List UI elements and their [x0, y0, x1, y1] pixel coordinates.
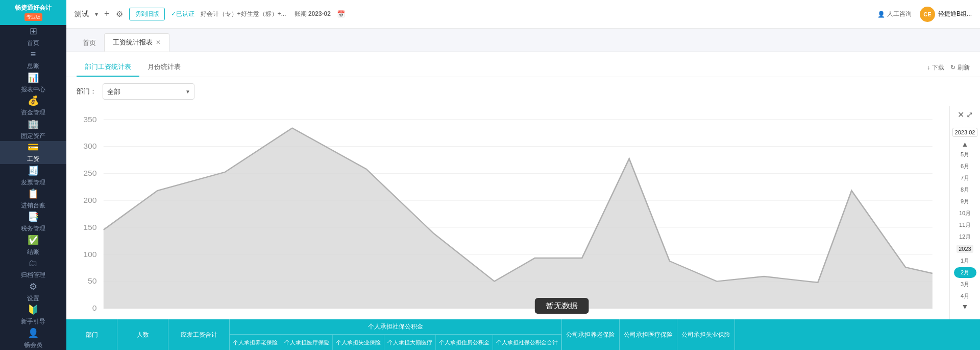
tab-home[interactable]: 首页 [75, 34, 104, 52]
newguide-icon: 🔰 [28, 304, 39, 315]
svg-text:300: 300 [83, 142, 96, 150]
month-12[interactable]: 12月 [954, 231, 976, 242]
right-panel-close-button[interactable]: ✕ [958, 110, 964, 120]
sidebar-item-archive[interactable]: 🗂 归档管理 [0, 257, 66, 280]
sidebar-item-sales[interactable]: 📋 进销台账 [0, 188, 66, 211]
topbar-tags: 好会计（专）+好生意（标）+... [201, 10, 286, 18]
right-panel-expand-button[interactable]: ⤢ [966, 110, 973, 122]
dept-filter-select[interactable]: 全部 销售部 财务部 人事部 技术部 [103, 83, 194, 100]
svg-text:0: 0 [92, 304, 97, 312]
sidebar: 畅捷通好会计 专业版 ⊞ 首页 ≡ 总账 📊 报表中心 💰 资金管理 🏢 固定资… [0, 0, 66, 350]
sidebar-item-home[interactable]: ⊞ 首页 [0, 25, 66, 48]
main-content: 测试 ▾ + ⚙ 切到旧版 ✓已认证 好会计（专）+好生意（标）+... 账期 … [66, 0, 980, 350]
refresh-button[interactable]: ↻ 刷新 [950, 63, 970, 72]
sales-icon: 📋 [28, 188, 39, 199]
col-personal-housing: 个人承担住房公积金 [436, 335, 493, 350]
sidebar-item-ledger[interactable]: ≡ 总账 [0, 48, 66, 71]
sidebar-item-member[interactable]: 👤 畅会员 [0, 326, 66, 349]
month-6[interactable]: 6月 [954, 161, 976, 172]
reports-icon: 📊 [28, 72, 39, 83]
month-8[interactable]: 8月 [954, 184, 976, 195]
salary-icon: 💳 [28, 142, 39, 153]
sidebar-item-invoice[interactable]: 🧾 发票管理 [0, 164, 66, 187]
app-logo: 畅捷通好会计 专业版 [0, 0, 66, 25]
archive-icon: 🗂 [29, 258, 38, 269]
svg-text:350: 350 [83, 115, 96, 123]
sidebar-item-tax[interactable]: 📑 税务管理 [0, 211, 66, 234]
month-11[interactable]: 11月 [954, 220, 976, 230]
sidebar-label-salary: 工资 [27, 155, 39, 164]
download-button[interactable]: ↓ 下载 [927, 63, 944, 72]
assets-icon: 🏢 [28, 119, 39, 130]
svg-text:暂无数据: 暂无数据 [546, 301, 578, 310]
user-name: 轻捷通B组... [938, 10, 972, 18]
tab-salary-stats[interactable]: 工资统计报表 ✕ [104, 33, 169, 52]
sidebar-label-settings: 设置 [27, 294, 39, 303]
topbar-gear-button[interactable]: ⚙ [116, 9, 123, 19]
month-10[interactable]: 10月 [954, 208, 976, 219]
col-count: 人数 [117, 319, 168, 350]
calendar-icon[interactable]: 📅 [337, 10, 345, 18]
sidebar-label-ledger: 总账 [27, 62, 39, 71]
filter-select-wrapper: 全部 销售部 财务部 人事部 技术部 [103, 83, 194, 100]
svg-text:250: 250 [83, 169, 96, 177]
sidebar-label-tax: 税务管理 [21, 224, 45, 233]
month-2-active[interactable]: 2月 [954, 267, 976, 278]
right-panel-scroll-down[interactable]: ▼ [962, 302, 969, 311]
sidebar-item-salary[interactable]: 💳 工资 [0, 141, 66, 164]
help-icon: 👤 [877, 11, 885, 18]
filter-label: 部门： [77, 87, 96, 96]
col-personal-total: 个人承担社保公积金合计 [493, 335, 561, 350]
page-content: 部门工资统计表 月份统计表 ↓ 下载 ↻ 刷新 [66, 52, 980, 350]
sub-tab-monthly-label: 月份统计表 [148, 63, 181, 71]
right-panel-scroll-up[interactable]: ▲ [962, 140, 969, 148]
refresh-icon: ↻ [950, 64, 955, 71]
topbar-title: 测试 [75, 10, 89, 19]
month-3[interactable]: 3月 [954, 279, 976, 290]
topbar-dropdown-icon[interactable]: ▾ [95, 11, 98, 18]
group-title-personal-insurance: 个人承担社保公积金 [230, 319, 561, 335]
help-button[interactable]: 👤 人工咨询 [877, 10, 912, 18]
sub-tab-bar: 部门工资统计表 月份统计表 ↓ 下载 ↻ 刷新 [66, 52, 980, 77]
home-icon: ⊞ [30, 26, 37, 37]
filter-bar: 部门： 全部 销售部 财务部 人事部 技术部 [66, 77, 980, 106]
tax-icon: 📑 [28, 211, 39, 222]
month-5[interactable]: 5月 [954, 149, 976, 160]
sub-tab-monthly[interactable]: 月份统计表 [139, 58, 189, 77]
col-total-salary: 应发工资合计 [168, 319, 230, 350]
col-company-medical: 公司承担医疗保险 [620, 319, 677, 350]
user-menu[interactable]: CE 轻捷通B组... [920, 7, 972, 22]
sidebar-label-sales: 进销台账 [21, 201, 45, 210]
logo-badge: 专业版 [24, 13, 42, 21]
sidebar-item-reports[interactable]: 📊 报表中心 [0, 72, 66, 95]
col-personal-unemployment: 个人承担失业保险 [333, 335, 384, 350]
month-9[interactable]: 9月 [954, 196, 976, 207]
sidebar-item-assets[interactable]: 🏢 固定资产 [0, 118, 66, 141]
switch-to-old-button[interactable]: 切到旧版 [129, 8, 165, 20]
sidebar-item-settings[interactable]: ⚙ 设置 [0, 281, 66, 304]
month-7[interactable]: 7月 [954, 173, 976, 183]
sidebar-item-settle[interactable]: ✅ 结账 [0, 234, 66, 257]
topbar-add-button[interactable]: + [104, 9, 110, 19]
help-label: 人工咨询 [887, 10, 912, 18]
right-panel-month-list: 5月 6月 7月 8月 9月 10月 11月 12月 2023 1月 2月 3月… [954, 149, 976, 301]
sidebar-label-reports: 报表中心 [21, 85, 45, 94]
chart-section: 350 300 250 200 150 100 50 0 [66, 106, 980, 319]
sidebar-label-newguide: 新手引导 [21, 317, 45, 326]
group-cells-personal-insurance: 个人承担养老保险 个人承担医疗保险 个人承担失业保险 个人承担大额医疗 个人承担… [230, 335, 561, 350]
funds-icon: 💰 [28, 95, 39, 106]
sidebar-item-funds[interactable]: 💰 资金管理 [0, 95, 66, 118]
sub-tab-actions: ↓ 下载 ↻ 刷新 [927, 63, 970, 72]
sidebar-label-member: 畅会员 [24, 341, 42, 349]
sidebar-label-settle: 结账 [27, 248, 39, 256]
col-company-pension: 公司承担养老保险 [562, 319, 620, 350]
month-1[interactable]: 1月 [954, 255, 976, 266]
col-personal-bigmedical: 个人承担大额医疗 [384, 335, 436, 350]
sub-tab-dept[interactable]: 部门工资统计表 [77, 58, 139, 77]
user-avatar: CE [920, 7, 935, 22]
sidebar-item-newguide[interactable]: 🔰 新手引导 [0, 304, 66, 326]
sub-tab-dept-label: 部门工资统计表 [85, 63, 131, 71]
tab-close-button[interactable]: ✕ [156, 39, 161, 46]
month-4[interactable]: 4月 [954, 291, 976, 301]
svg-text:150: 150 [83, 223, 96, 231]
